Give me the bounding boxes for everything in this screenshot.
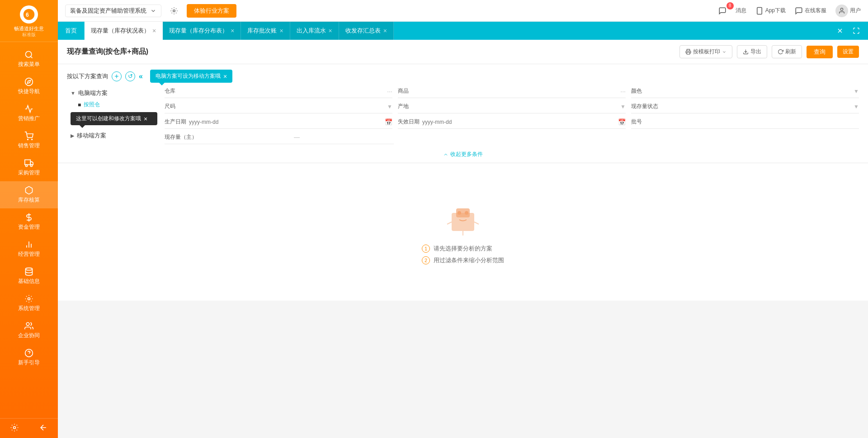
- sidebar-item-marketing[interactable]: 营销推广: [0, 100, 58, 127]
- sidebar-label-enterprise: 企业协同: [18, 332, 40, 339]
- fullscreen-btn[interactable]: [850, 24, 863, 37]
- system-selector[interactable]: 装备及固定资产辅助管理系统: [65, 5, 161, 17]
- print-btn[interactable]: 按模板打印: [679, 45, 732, 58]
- origin-dropdown-icon[interactable]: ▼: [620, 104, 626, 110]
- sidebar-item-system[interactable]: 系统管理: [0, 290, 58, 317]
- scheme-item-1[interactable]: ■ 按照仓: [67, 99, 157, 110]
- expire-date-calendar-icon[interactable]: 📅: [618, 118, 626, 126]
- collapse-btn[interactable]: 收起更多条件: [443, 151, 483, 158]
- message-label: 消息: [736, 7, 746, 14]
- support-label: 在线客服: [805, 7, 826, 14]
- refresh-btn[interactable]: 刷新: [772, 45, 802, 58]
- user-btn[interactable]: 用户: [835, 5, 861, 17]
- tip-text-1: 请先选择要分析的方案: [434, 245, 492, 253]
- tab-collect-send[interactable]: 收发存汇总表 ×: [339, 22, 394, 40]
- origin-input[interactable]: [419, 104, 618, 110]
- collapse-icon: [443, 152, 448, 157]
- collapse-sidebar-icon[interactable]: [39, 423, 48, 433]
- sidebar-item-sales[interactable]: 销售管理: [0, 127, 58, 154]
- filter-back-btn[interactable]: «: [139, 72, 143, 80]
- sidebar-item-search[interactable]: 搜索菜单: [0, 46, 58, 73]
- message-btn[interactable]: 8 消息: [718, 7, 746, 15]
- topbar-right: 8 消息 App下载 在线客服 用户: [718, 5, 861, 17]
- settings-btn[interactable]: 设置: [837, 46, 859, 58]
- goods-dots-icon[interactable]: ···: [620, 88, 626, 95]
- app-download-btn[interactable]: App下载: [755, 7, 786, 15]
- app-label: App下载: [765, 7, 786, 14]
- sidebar-label-quick: 快捷导航: [18, 88, 40, 95]
- size-dropdown-icon[interactable]: ▼: [387, 104, 392, 110]
- tab-inventory-dist[interactable]: 现存量（库存分布表） ×: [163, 22, 241, 40]
- stock-qty-range-separator: —: [292, 134, 302, 141]
- goods-input[interactable]: [419, 88, 618, 94]
- print-dropdown-icon: [722, 50, 726, 54]
- export-btn[interactable]: 导出: [737, 45, 767, 58]
- filter-fields: 仓库 ··· 商品 ··· 颜色 ▼: [165, 87, 859, 148]
- topbar: 装备及固定资产辅助管理系统 体验行业方案 8 消息 App下载 在线客服: [58, 0, 868, 22]
- tab-inventory-status[interactable]: 现存量（库存状况表） ×: [85, 22, 163, 40]
- tab-close-batch-ledger[interactable]: ×: [279, 28, 283, 34]
- batch-no-label: 批号: [631, 118, 649, 126]
- warehouse-input[interactable]: [185, 88, 384, 94]
- expire-date-input[interactable]: [422, 119, 615, 125]
- origin-label: 产地: [398, 103, 416, 110]
- page-title: 现存量查询(按仓库+商品): [67, 47, 148, 57]
- sidebar-item-quick[interactable]: 快捷导航: [0, 73, 58, 100]
- tab-close-inventory-dist[interactable]: ×: [231, 28, 234, 34]
- sidebar-item-basic[interactable]: 基础信息: [0, 263, 58, 290]
- sidebar-item-purchase[interactable]: 采购管理: [0, 154, 58, 181]
- search-btn[interactable]: 查询: [807, 46, 833, 58]
- filter-field-stock-qty: 现存量（主） —: [165, 133, 394, 144]
- svg-point-32: [465, 211, 468, 215]
- tab-batch-ledger[interactable]: 库存批次账 ×: [241, 22, 290, 40]
- filter-refresh-btn[interactable]: ↺: [125, 71, 135, 81]
- stock-qty-max[interactable]: [304, 134, 394, 141]
- svg-point-16: [28, 298, 30, 300]
- trial-btn[interactable]: 体验行业方案: [187, 4, 236, 18]
- stock-qty-min[interactable]: [200, 134, 289, 141]
- stock-status-input[interactable]: [661, 104, 851, 110]
- topbar-settings-btn[interactable]: [167, 4, 181, 18]
- prod-date-input[interactable]: [189, 119, 382, 125]
- empty-tip-1: 1 请先选择要分析的方案: [422, 245, 504, 253]
- tab-home[interactable]: 首页: [58, 22, 85, 40]
- user-avatar: [835, 5, 848, 17]
- sidebar-item-inventory[interactable]: 库存核算: [0, 181, 58, 208]
- tab-close-inventory-status[interactable]: ×: [152, 28, 156, 34]
- svg-rect-7: [25, 160, 31, 165]
- tab-close-in-out-flow[interactable]: ×: [329, 28, 332, 34]
- scheme-tooltip2-container: 这里可以创建和修改方案哦 ×: [71, 112, 157, 125]
- support-btn[interactable]: 在线客服: [795, 7, 826, 15]
- empty-illustration: [445, 199, 481, 235]
- color-input[interactable]: [652, 88, 851, 94]
- settings-icon[interactable]: [10, 423, 19, 433]
- tab-close-collect-send[interactable]: ×: [383, 28, 387, 34]
- tab-in-out-flow[interactable]: 出入库流水 ×: [290, 22, 339, 40]
- scheme-tooltip-close[interactable]: ×: [223, 73, 227, 80]
- scheme-tooltip2-close[interactable]: ×: [144, 115, 147, 122]
- stock-status-dropdown-icon[interactable]: ▼: [854, 104, 859, 110]
- color-dropdown-icon[interactable]: ▼: [854, 88, 859, 94]
- page-actions: 按模板打印 导出 刷新 查询 设置: [679, 45, 859, 58]
- scheme-desktop-header[interactable]: ▼ 电脑端方案: [67, 87, 157, 99]
- stock-qty-label: 现存量（主）: [165, 133, 197, 141]
- message-badge: 8: [726, 2, 734, 9]
- color-label: 颜色: [631, 87, 649, 95]
- user-label: 用户: [850, 7, 861, 14]
- svg-rect-27: [687, 52, 690, 54]
- sidebar-item-operations[interactable]: 经营管理: [0, 235, 58, 263]
- prod-date-calendar-icon[interactable]: 📅: [385, 118, 392, 126]
- scheme-arrow-down: ▼: [71, 90, 75, 96]
- batch-no-input[interactable]: [652, 119, 859, 125]
- sidebar-item-guide[interactable]: 新手引导: [0, 344, 58, 371]
- sidebar-label-purchase: 采购管理: [18, 169, 40, 177]
- warehouse-dots-icon[interactable]: ···: [387, 88, 392, 95]
- sidebar-item-enterprise[interactable]: 企业协同: [0, 317, 58, 344]
- sidebar-label-guide: 新手引导: [18, 359, 40, 367]
- size-input[interactable]: [185, 104, 384, 110]
- filter-add-btn[interactable]: +: [112, 71, 122, 81]
- filter-row-2: 尺码 ▼ 产地 ▼ 现存量状态 ▼: [165, 103, 859, 113]
- close-all-tabs-btn[interactable]: [834, 24, 846, 37]
- sidebar-item-finance[interactable]: 资金管理: [0, 208, 58, 235]
- scheme-mobile-header[interactable]: ▶ 移动端方案: [67, 130, 157, 141]
